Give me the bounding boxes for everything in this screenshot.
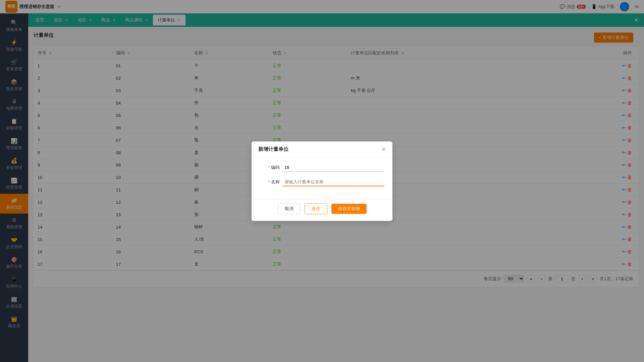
dialog-title: 新增计量单位 <box>258 146 288 153</box>
name-label: 名称 <box>260 179 280 185</box>
code-form-item: 编码 <box>260 164 384 172</box>
save-button[interactable]: 保存 <box>305 203 327 214</box>
cancel-button[interactable]: 取消 <box>278 203 301 214</box>
add-unit-dialog: 新增计量单位 ✕ 编码 名称 取消 保存 保存并新增 <box>252 141 392 221</box>
name-input[interactable] <box>282 178 384 186</box>
dialog-close-button[interactable]: ✕ <box>381 146 386 153</box>
code-input[interactable] <box>282 164 384 172</box>
dialog-body: 编码 名称 <box>252 157 392 199</box>
name-form-item: 名称 <box>260 178 384 186</box>
code-label: 编码 <box>260 165 280 171</box>
save-new-button[interactable]: 保存并新增 <box>331 204 367 214</box>
modal-overlay: 新增计量单位 ✕ 编码 名称 取消 保存 保存并新增 <box>0 0 644 362</box>
dialog-footer: 取消 保存 保存并新增 <box>252 199 392 221</box>
dialog-header: 新增计量单位 ✕ <box>252 141 392 157</box>
